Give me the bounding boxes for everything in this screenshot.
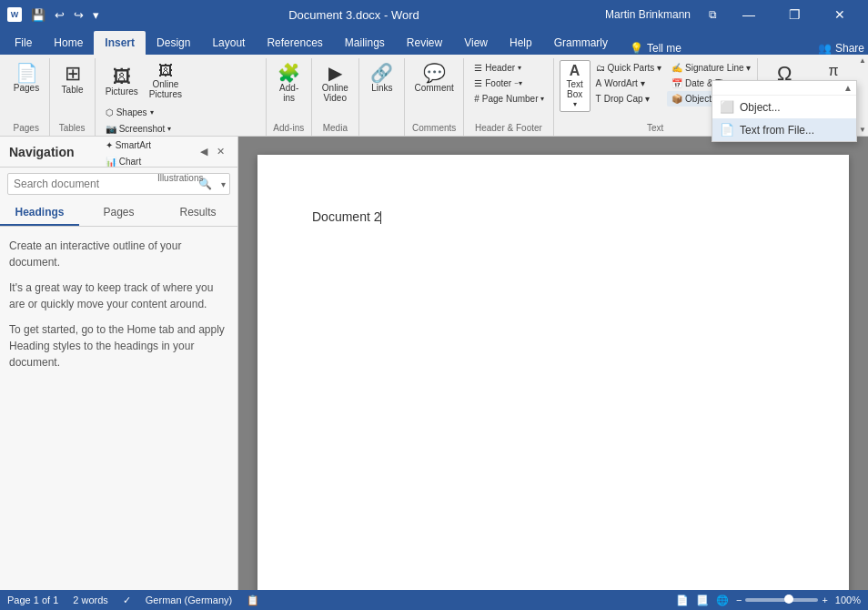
ribbon-group-illustrations: 🖼 Pictures 🖼 OnlinePictures ⬡ Shapes ▾ 📷… bbox=[96, 58, 267, 136]
language-indicator[interactable]: German (Germany) bbox=[146, 595, 232, 605]
zoom-level[interactable]: 100% bbox=[835, 595, 861, 605]
header-label: Header bbox=[485, 63, 515, 73]
maximize-button[interactable]: ❐ bbox=[773, 0, 815, 29]
view-read-button[interactable]: 📄 bbox=[676, 595, 689, 606]
pages-button[interactable]: 📄 Pages bbox=[9, 60, 44, 97]
text-box-dropdown-arrow: ▾ bbox=[573, 100, 577, 108]
share-label: Share bbox=[835, 42, 864, 55]
links-button[interactable]: 🔗 Links bbox=[365, 60, 399, 97]
online-pictures-label: OnlinePictures bbox=[149, 79, 182, 99]
status-right: 📄 📃 🌐 − + 100% bbox=[676, 595, 861, 606]
addins-buttons: 🧩 Add-ins bbox=[272, 58, 306, 121]
nav-tab-results[interactable]: Results bbox=[158, 200, 237, 226]
tab-design[interactable]: Design bbox=[146, 31, 201, 55]
quick-parts-icon: 🗂 bbox=[596, 63, 605, 73]
tab-layout[interactable]: Layout bbox=[201, 31, 256, 55]
links-group-label bbox=[365, 131, 399, 136]
dropdown-item-text-from-file-label: Text from File... bbox=[740, 124, 814, 137]
tab-mailings[interactable]: Mailings bbox=[334, 31, 396, 55]
addins-button[interactable]: 🧩 Add-ins bbox=[272, 60, 307, 107]
dropdown-collapse-icon[interactable]: ▲ bbox=[843, 83, 853, 93]
chart-button[interactable]: 📊 Chart bbox=[101, 154, 177, 169]
page-number-label: Page Number bbox=[482, 94, 539, 104]
ribbon-group-comments: 💬 Comment Comments bbox=[405, 58, 464, 136]
pictures-button[interactable]: 🖼 Pictures bbox=[101, 64, 143, 100]
document-area[interactable]: Document 2 bbox=[238, 137, 868, 590]
zoom-in-button[interactable]: + bbox=[822, 595, 827, 605]
redo-button[interactable]: ↪ bbox=[70, 5, 87, 25]
signature-line-button[interactable]: ✍ Signature Line ▾ bbox=[667, 60, 755, 76]
title-bar-left: W 💾 ↩ ↪ ▾ bbox=[7, 5, 103, 25]
addins-icon: 🧩 bbox=[278, 64, 300, 82]
links-label: Links bbox=[371, 83, 392, 93]
view-web-button[interactable]: 🌐 bbox=[716, 595, 729, 606]
tab-file[interactable]: File bbox=[4, 31, 43, 55]
online-pictures-button[interactable]: 🖼 OnlinePictures bbox=[145, 60, 187, 103]
drop-cap-button[interactable]: T Drop Cap ▾ bbox=[591, 91, 666, 107]
shapes-button[interactable]: ⬡ Shapes ▾ bbox=[101, 105, 177, 120]
shapes-dropdown-arrow: ▾ bbox=[150, 108, 154, 117]
pages-label: Pages bbox=[14, 83, 39, 93]
comment-button[interactable]: 💬 Comment bbox=[410, 60, 458, 97]
save-button[interactable]: 💾 bbox=[27, 5, 49, 25]
minimize-button[interactable]: — bbox=[728, 0, 770, 29]
screenshot-label: Screenshot bbox=[119, 124, 166, 134]
ribbon-tab-bar: File Home Insert Design Layout Reference… bbox=[0, 29, 868, 55]
pictures-label: Pictures bbox=[106, 86, 138, 97]
main-area: Navigation ◀ ✕ 🔍 ▾ Headings Pages Result… bbox=[0, 137, 868, 590]
pages-buttons: 📄 Pages bbox=[9, 58, 44, 121]
zoom-out-button[interactable]: − bbox=[736, 595, 742, 605]
tab-home[interactable]: Home bbox=[43, 31, 94, 55]
ribbon-scroll-down[interactable]: ▼ bbox=[857, 124, 868, 136]
page-number-button[interactable]: # Page Number ▾ bbox=[469, 91, 549, 107]
undo-button[interactable]: ↩ bbox=[51, 5, 68, 25]
chart-icon: 📊 bbox=[106, 157, 116, 167]
share-button[interactable]: 👥 Share bbox=[818, 42, 864, 55]
zoom-slider[interactable] bbox=[745, 598, 818, 602]
footer-label: Footer bbox=[485, 78, 511, 88]
nav-tab-pages[interactable]: Pages bbox=[79, 200, 158, 226]
text-file-dropdown-icon: 📄 bbox=[720, 123, 734, 137]
text-box-icon: A bbox=[570, 64, 580, 78]
smartart-button[interactable]: ✦ SmartArt bbox=[101, 137, 177, 153]
chart-label: Chart bbox=[119, 157, 141, 167]
document-text: Document 2 bbox=[312, 209, 380, 224]
tell-me-label: Tell me bbox=[647, 42, 681, 55]
tab-view[interactable]: View bbox=[453, 31, 499, 55]
customize-qat-button[interactable]: ▾ bbox=[89, 5, 103, 25]
document-title: Document 3.docx - Word bbox=[103, 8, 605, 22]
video-label: OnlineVideo bbox=[322, 83, 348, 103]
screenshot-button[interactable]: 📷 Screenshot ▾ bbox=[101, 121, 177, 137]
table-label: Table bbox=[62, 85, 84, 95]
online-video-button[interactable]: ▶ OnlineVideo bbox=[318, 60, 353, 107]
quick-parts-button[interactable]: 🗂 Quick Parts ▾ bbox=[591, 60, 666, 76]
document-content[interactable]: Document 2 bbox=[312, 209, 794, 224]
close-button[interactable]: ✕ bbox=[819, 0, 861, 29]
view-print-button[interactable]: 📃 bbox=[696, 595, 709, 606]
header-button[interactable]: ☰ Header ▾ bbox=[469, 60, 526, 76]
ribbon-group-links: 🔗 Links bbox=[359, 58, 405, 136]
tab-insert[interactable]: Insert bbox=[94, 31, 146, 55]
tab-review[interactable]: Review bbox=[396, 31, 453, 55]
equation-icon: π bbox=[828, 64, 838, 78]
table-button[interactable]: ⊞ Table bbox=[56, 60, 90, 98]
text-box-button[interactable]: A TextBox ▾ bbox=[560, 60, 590, 112]
dropdown-item-text-from-file[interactable]: 📄 Text from File... bbox=[712, 118, 856, 141]
wordart-button[interactable]: A WordArt ▾ bbox=[591, 76, 666, 91]
footer-button[interactable]: ☰ Footer ~▾ bbox=[469, 76, 527, 91]
restore-window-button[interactable]: ⧉ bbox=[701, 5, 724, 25]
date-time-icon: 📅 bbox=[671, 78, 682, 88]
comments-group-label: Comments bbox=[410, 121, 458, 136]
tables-buttons: ⊞ Table bbox=[56, 58, 89, 121]
wordart-icon: A bbox=[596, 78, 602, 88]
tab-grammarly[interactable]: Grammarly bbox=[543, 31, 619, 55]
ribbon-scroll-up[interactable]: ▲ bbox=[857, 55, 868, 66]
dropdown-item-object[interactable]: ⬜ Object... bbox=[712, 96, 856, 118]
table-icon: ⊞ bbox=[65, 64, 81, 84]
tab-references[interactable]: References bbox=[256, 31, 333, 55]
tell-me-input[interactable]: 💡 Tell me bbox=[630, 42, 681, 55]
document-page[interactable]: Document 2 bbox=[257, 155, 849, 590]
nav-tab-headings[interactable]: Headings bbox=[0, 200, 79, 226]
tab-help[interactable]: Help bbox=[499, 31, 543, 55]
pages-icon: 📄 bbox=[15, 64, 38, 82]
